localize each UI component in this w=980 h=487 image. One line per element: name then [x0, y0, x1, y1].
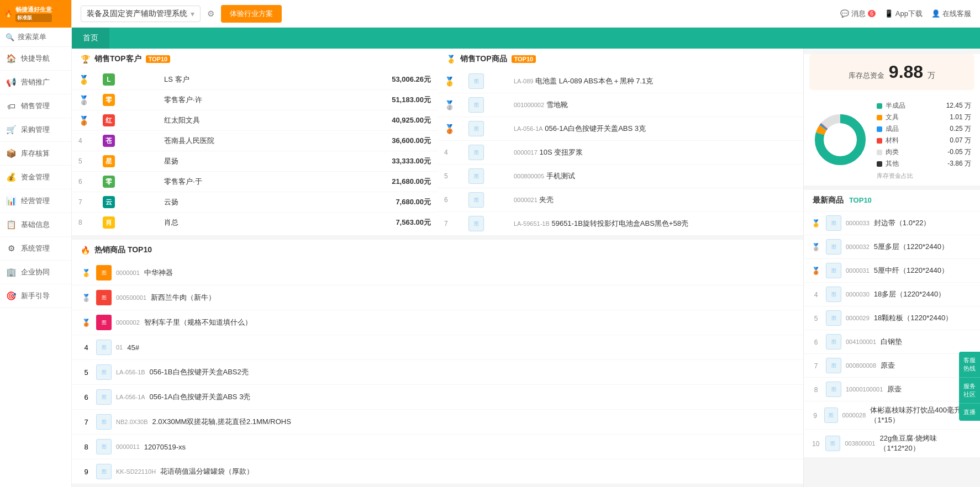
rank-num: 🥉 — [810, 267, 821, 275]
product-code: 0000029 — [846, 315, 870, 321]
page-nav-home[interactable]: 首页 — [72, 28, 109, 49]
table-row: 🥈 图 001000002 雪地靴 — [438, 93, 803, 117]
product-name: 45# — [127, 343, 139, 352]
list-item: 🥉 图 0000002 智利车子里（规格不知道填什么） — [72, 310, 803, 335]
sidebar-search[interactable]: 🔍 搜索菜单 — [0, 28, 71, 47]
customer-name: 零售客户·于 — [157, 172, 311, 192]
product-code: 10000100001 — [846, 386, 883, 393]
legend-dot — [877, 115, 882, 120]
product-thumbnail: 图 — [96, 290, 112, 305]
float-btn-community[interactable]: 服务社区 — [959, 378, 980, 404]
product-code: NB2.0X30B — [116, 419, 147, 425]
sidebar-item-operations[interactable]: 📊经营管理 — [0, 189, 71, 213]
logo-icon: 🔥 — [4, 10, 13, 18]
product-thumbnail: 图 — [96, 340, 112, 355]
sidebar-item-purchase[interactable]: 🛒采购管理 — [0, 118, 71, 142]
list-item: 🥉 图 0000031 5厘中纤（1220*2440） — [804, 259, 980, 283]
topbar-online-service[interactable]: 👤 在线客服 — [931, 9, 971, 19]
sidebar-item-guide[interactable]: 🎯新手引导 — [0, 284, 71, 308]
rank-num: 10 — [810, 440, 821, 448]
float-btn-service[interactable]: 客服热线 — [959, 352, 980, 378]
top-customers-table: 🥇 L LS 客户 53,006.26元🥈 零 零售客户·许 51,183.00… — [72, 70, 438, 232]
list-item: 6 图 004100001 白钢垫 — [804, 330, 980, 354]
purchase-label: 采购管理 — [21, 125, 50, 135]
topbar-app-download[interactable]: 📱 App下载 — [884, 9, 923, 19]
topbar-dropdown-icon[interactable]: ▾ — [191, 9, 194, 18]
customer-name: LS 客户 — [157, 70, 311, 90]
customer-name: 苍南县人民医院 — [157, 131, 311, 151]
customer-name: 红太阳文具 — [157, 110, 311, 131]
sidebar-search-label: 搜索菜单 — [18, 32, 46, 42]
legend-item: 文具 1.01 万 — [877, 113, 971, 122]
donut-svg — [813, 112, 868, 167]
product-name: 18多层（1220*2440） — [874, 289, 945, 299]
product-thumbnail: 图 — [96, 439, 112, 454]
legend-name: 肉类 — [886, 147, 899, 157]
product-code: 0000002 — [116, 319, 140, 326]
top-sales-products-table: 🥇 图 LA-089 电池盖 LA-089 ABS本色＋黑种 7.1克🥈 图 0… — [438, 70, 803, 235]
list-item: 9 图 0000028 体彬嘉枝味苏打饮品400毫升（1*15） — [804, 401, 980, 430]
product-name: 封边带（1.0*22） — [874, 218, 931, 228]
topbar: 装备及固定资产辅助管理系统 ▾ ⚙ 体验行业方案 💬 消息 6 📱 App下载 … — [72, 0, 980, 28]
product-img: 图 — [826, 215, 841, 231]
top-customers-section: 🏆 销售TOP客户 TOP10 🥇 L LS 客户 53,006.26元🥈 零 … — [72, 49, 438, 235]
product-code: 01 — [116, 344, 123, 351]
list-item: 🥈 图 0000032 5厘多层（1220*2440） — [804, 235, 980, 259]
topbar-try-btn[interactable]: 体验行业方案 — [221, 5, 282, 23]
customer-badge: 零 — [103, 94, 115, 106]
customer-amount: 51,183.00元 — [311, 90, 438, 110]
purchase-icon: 🛒 — [6, 125, 17, 135]
product-name: 056-1A白色按键开关盖ABS 3壳 — [150, 392, 251, 402]
product-img: 图 — [826, 239, 841, 255]
customer-amount: 40,925.00元 — [311, 110, 438, 131]
float-buttons: 客服热线 服务社区 直播 — [959, 352, 980, 421]
rank-icon: 7 — [81, 418, 92, 426]
customer-badge: 星 — [103, 155, 115, 167]
product-img: 图 — [468, 145, 484, 160]
left-panels: 🏆 销售TOP客户 TOP10 🥇 L LS 客户 53,006.26元🥈 零 … — [72, 49, 803, 487]
product-img: 图 — [468, 192, 484, 208]
quick-nav-icon: 🏠 — [6, 54, 17, 63]
product-name: 2.0X30MM双搓花轴,搓花直径2.1MM/ROHS — [152, 417, 291, 427]
sidebar-item-system[interactable]: ⚙系统管理 — [0, 237, 71, 261]
table-row: 7 云 云扬 7,680.00元 — [72, 192, 438, 213]
hot-products-title: 热销商品 TOP10 — [94, 245, 152, 255]
sidebar-item-inventory[interactable]: 📦库存核算 — [0, 142, 71, 166]
sidebar-item-quick-nav[interactable]: 🏠快捷导航 — [0, 47, 71, 71]
list-item: 🥇 图 0000001 中华神器 — [72, 261, 803, 285]
product-code: LA-056-1B — [116, 369, 145, 375]
product-img: 图 — [468, 216, 484, 231]
customer-name: 星扬 — [157, 151, 311, 172]
float-btn-live[interactable]: 直播 — [959, 404, 980, 421]
table-row: 6 图 0000021 夹壳 — [438, 188, 803, 212]
table-row: 🥇 L LS 客户 53,006.26元 — [72, 70, 438, 90]
list-item: 4 图 01 45# — [72, 335, 803, 360]
product-img: 图 — [468, 168, 484, 184]
product-thumbnail: 图 — [96, 315, 112, 330]
list-item: 5 图 LA-056-1B 056-1B白色按键开关盒ABS2壳 — [72, 360, 803, 385]
sidebar-item-sales[interactable]: 🏷销售管理 — [0, 94, 71, 118]
legend-dot — [877, 150, 882, 155]
legend-value: -3.86 万 — [938, 159, 971, 168]
topbar-gear-icon[interactable]: ⚙ — [207, 9, 214, 19]
rank-icon: 🥇 — [81, 269, 92, 277]
quick-nav-label: 快捷导航 — [21, 54, 50, 63]
rank-num: 6 — [810, 338, 821, 346]
table-row: 🥉 图 LA-056-1A 056-1A白色按键开关盖ABS 3克 — [438, 117, 803, 141]
flame-icon: 🔥 — [81, 246, 90, 255]
product-code: 0000032 — [846, 244, 870, 250]
latest-products-section: 最新商品 TOP10 🥇 图 0000033 封边带（1.0*22）🥈 图 00… — [804, 190, 980, 457]
sidebar-item-enterprise[interactable]: 🏢企业协同 — [0, 261, 71, 284]
enterprise-label: 企业协同 — [21, 267, 50, 277]
legend-item: 肉类 -0.05 万 — [877, 147, 971, 157]
topbar-message[interactable]: 💬 消息 6 — [840, 9, 876, 19]
donut-chart-container: 半成品 12.45 万 文具 1.01 万 成品 0.25 万 材料 0.07 … — [804, 96, 980, 186]
main-area: 装备及固定资产辅助管理系统 ▾ ⚙ 体验行业方案 💬 消息 6 📱 App下载 … — [72, 0, 980, 487]
system-label: 系统管理 — [21, 244, 50, 253]
legend-value: 0.25 万 — [938, 124, 971, 134]
product-code: 0000030 — [846, 291, 870, 298]
sidebar-item-base-info[interactable]: 📋基础信息 — [0, 213, 71, 237]
product-thumbnail: 图 — [96, 414, 112, 430]
sidebar-item-marketing[interactable]: 📢营销推广 — [0, 71, 71, 94]
sidebar-item-finance[interactable]: 💰资金管理 — [0, 166, 71, 189]
